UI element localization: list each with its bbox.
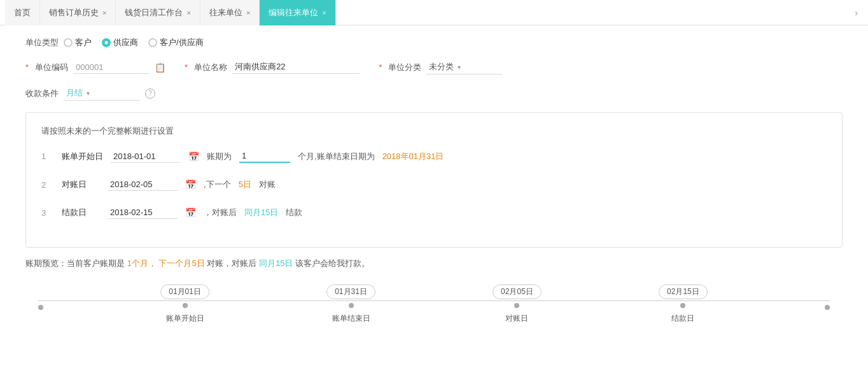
timeline-label-4: 结款日	[671, 313, 694, 324]
radio-customer[interactable]: 客户	[64, 37, 92, 48]
timeline-right-dot	[825, 305, 830, 310]
row1-suffix-before: 账期为	[207, 151, 232, 162]
name-required: *	[185, 62, 188, 72]
code-required: *	[25, 62, 29, 72]
tab-home-label: 首页	[14, 7, 31, 18]
payment-select[interactable]: 月结 ▾	[64, 86, 140, 101]
tab-edit-counterpart[interactable]: 编辑往来单位 ×	[260, 0, 335, 25]
row-num-1: 1	[41, 151, 54, 161]
radio-customer-circle	[64, 38, 73, 47]
radio-supplier-circle	[102, 38, 111, 47]
settings-box: 请按照未来的一个完整帐期进行设置 1 账单开始日 📅 账期为 个月,账单结束日期…	[25, 112, 843, 248]
tab-cash-work-label: 钱货日清工作台	[125, 7, 183, 18]
payment-help-icon[interactable]: ?	[145, 88, 155, 99]
start-date-input[interactable]	[111, 150, 181, 163]
payment-chevron-icon: ▾	[87, 90, 90, 97]
timeline-badge-3: 02月05日	[493, 285, 542, 299]
row-num-2: 2	[41, 180, 54, 190]
tabs-more-arrow[interactable]: ›	[850, 8, 863, 18]
radio-customer-supplier[interactable]: 客户/供应商	[148, 37, 204, 48]
row1-end-date-highlight: 2018年01月31日	[382, 151, 444, 162]
timeline-right-edge	[825, 287, 830, 324]
timeline-left-dot	[38, 305, 43, 310]
payment-date-input[interactable]	[108, 206, 178, 219]
preview-section: 账期预览：当前客户账期是 1个月， 下一个月5日 对账，对账后 同月15日 该客…	[25, 258, 843, 324]
tab-edit-counterpart-close[interactable]: ×	[322, 9, 326, 17]
start-date-calendar-icon[interactable]: 📅	[188, 151, 199, 162]
row-field-label-1: 账单开始日	[62, 151, 103, 162]
tab-counterpart[interactable]: 往来单位 ×	[200, 0, 260, 25]
row3-prefix: ，对账后	[204, 207, 237, 218]
settings-row-2: 2 对账日 📅 ,下一个 5日 对账	[41, 178, 827, 191]
tab-cash-work[interactable]: 钱货日清工作台 ×	[116, 0, 200, 25]
unit-type-label: 单位类型	[25, 37, 59, 48]
timeline-point-2: 01月31日 账单结束日	[326, 285, 375, 324]
radio-customer-supplier-circle	[148, 38, 157, 47]
payment-group: 收款条件 月结 ▾ ?	[25, 86, 155, 101]
row-num-3: 3	[41, 208, 54, 218]
row2-day-highlight: 5日	[239, 179, 251, 190]
timeline-point-4: 02月15日 结款日	[659, 285, 708, 324]
category-value: 未分类	[429, 61, 454, 73]
preview-part2: 下一个月5日	[158, 258, 204, 268]
name-label: 单位名称	[194, 62, 227, 73]
row2-prefix: ,下一个	[204, 179, 231, 190]
payment-row: 收款条件 月结 ▾ ?	[25, 86, 843, 101]
unit-type-radio-group: 客户 供应商 客户/供应商	[64, 37, 204, 48]
row1-suffix-after: 个月,账单结束日期为	[298, 151, 375, 162]
name-input[interactable]	[232, 61, 360, 74]
code-calendar-icon[interactable]: 📋	[155, 62, 165, 73]
preview-end: 该客户会给我打款。	[295, 258, 370, 268]
tab-counterpart-label: 往来单位	[209, 7, 242, 18]
preview-part3: 同月15日	[259, 258, 293, 268]
payment-date-calendar-icon[interactable]: 📅	[185, 208, 196, 218]
code-group: * 单位编码 📋	[25, 61, 165, 74]
unit-type-row: 单位类型 客户 供应商 客户/供应商	[25, 37, 843, 48]
timeline-badge-1: 01月01日	[160, 285, 209, 299]
main-content: 单位类型 客户 供应商 客户/供应商 * 单位编码	[0, 25, 868, 387]
tab-sales-history-close[interactable]: ×	[102, 9, 106, 17]
timeline-point-1: 01月01日 账单开始日	[160, 285, 209, 324]
timeline-left-edge	[38, 287, 43, 324]
radio-supplier-label: 供应商	[113, 37, 138, 48]
row2-suffix: 对账	[259, 179, 276, 190]
reconcile-date-calendar-icon[interactable]: 📅	[185, 179, 196, 190]
tab-cash-work-close[interactable]: ×	[186, 9, 190, 17]
timeline-node-1	[183, 303, 188, 308]
timeline-node-2	[349, 303, 354, 308]
timeline-point-3: 02月05日 对账日	[493, 285, 542, 324]
unit-type-group: 单位类型 客户 供应商 客户/供应商	[25, 37, 204, 48]
code-input[interactable]	[73, 61, 150, 74]
timeline-badge-2: 01月31日	[326, 285, 375, 299]
category-required: *	[379, 62, 382, 72]
category-chevron-icon: ▾	[458, 64, 461, 71]
tab-home[interactable]: 首页	[5, 0, 40, 25]
settings-title: 请按照未来的一个完整帐期进行设置	[41, 125, 827, 137]
timeline-items: 01月01日 账单开始日 01月31日 账单结束日 02月05日 对账日	[38, 285, 830, 324]
radio-customer-supplier-label: 客户/供应商	[160, 37, 204, 48]
code-label: 单位编码	[35, 62, 68, 73]
radio-supplier[interactable]: 供应商	[102, 37, 138, 48]
period-input[interactable]	[239, 150, 290, 163]
timeline-badge-4: 02月15日	[659, 285, 708, 299]
preview-label: 账期预览：当前客户账期是	[25, 258, 125, 268]
row3-suffix: 结款	[286, 207, 302, 218]
preview-text: 账期预览：当前客户账期是 1个月， 下一个月5日 对账，对账后 同月15日 该客…	[25, 258, 843, 269]
timeline-node-4	[680, 303, 685, 308]
tab-sales-history-label: 销售订单历史	[49, 7, 99, 18]
code-name-category-row: * 单位编码 📋 * 单位名称 * 单位分类 未分类 ▾	[25, 60, 843, 74]
settings-row-1: 1 账单开始日 📅 账期为 个月,账单结束日期为 2018年01月31日	[41, 150, 827, 163]
reconcile-date-input[interactable]	[108, 178, 178, 191]
category-group: * 单位分类 未分类 ▾	[379, 60, 503, 74]
settings-row-3: 3 结款日 📅 ，对账后 同月15日 结款	[41, 206, 827, 219]
radio-customer-label: 客户	[75, 37, 92, 48]
tab-sales-history[interactable]: 销售订单历史 ×	[40, 0, 116, 25]
row3-day-highlight: 同月15日	[244, 207, 278, 218]
preview-part1: 1个月，	[127, 258, 157, 268]
tabs-bar: 首页 销售订单历史 × 钱货日清工作台 × 往来单位 × 编辑往来单位 × ›	[0, 0, 868, 25]
preview-mid: 对账，对账后	[207, 258, 256, 268]
tab-counterpart-close[interactable]: ×	[246, 9, 250, 17]
payment-label: 收款条件	[25, 88, 59, 99]
category-select[interactable]: 未分类 ▾	[426, 60, 503, 74]
name-group: * 单位名称	[185, 61, 360, 74]
